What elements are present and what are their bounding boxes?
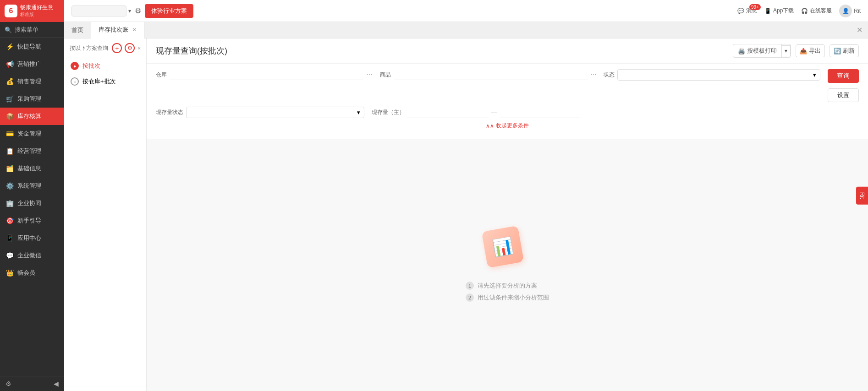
sidebar-item-sales[interactable]: 💰 销售管理 <box>0 73 64 90</box>
app-subtitle: 标准版 <box>20 11 53 18</box>
stock-qty-label: 现存量（主） <box>372 109 405 116</box>
status-filter-group: 状态 ▾ <box>604 69 820 81</box>
plan-icon-by-warehouse-batch: ○ <box>71 77 79 86</box>
search-menu-label: 搜索菜单 <box>15 26 38 34</box>
plan-item-by-warehouse-batch[interactable]: ○ 按仓库+批次 <box>64 74 146 89</box>
sidebar-item-member[interactable]: 👑 畅会员 <box>0 264 64 282</box>
page-header: 现存量查询(按批次) 🖨️ 按模板打印 ▾ 📤 导出 🔄 <box>147 38 868 64</box>
plan-label-by-warehouse-batch: 按仓库+批次 <box>82 77 116 86</box>
print-template-button[interactable]: 🖨️ 按模板打印 <box>733 44 782 57</box>
query-button[interactable]: 查询 <box>828 69 859 83</box>
topbar-dropdown-btn[interactable]: ▾ <box>128 8 131 14</box>
empty-tip-1: 1 请先选择要分析的方案 <box>466 282 549 290</box>
warehouse-input[interactable] <box>170 69 363 80</box>
tab-close-icon[interactable]: ✕ <box>132 27 137 33</box>
stock-status-filter-group: 现存量状态 ▾ <box>156 107 364 118</box>
plan-label-by-batch: 按批次 <box>82 62 100 70</box>
close-all-tabs-button[interactable]: ✕ <box>851 26 868 34</box>
topbar-gear-button[interactable]: ⚙ <box>135 6 141 15</box>
plan-item-by-batch[interactable]: ● 按批次 <box>64 58 146 74</box>
sidebar-item-finance[interactable]: 💳 资金管理 <box>0 125 64 142</box>
stock-status-select[interactable]: ▾ <box>186 107 364 118</box>
sidebar-item-enterprise[interactable]: 🏢 企业协同 <box>0 195 64 212</box>
stock-qty-to-input[interactable] <box>500 107 581 118</box>
sidebar-item-operations[interactable]: 📋 经营管理 <box>0 142 64 160</box>
empty-tips: 1 请先选择要分析的方案 2 用过滤条件来缩小分析范围 <box>466 282 549 302</box>
stock-qty-separator: — <box>491 109 497 116</box>
experience-btn[interactable]: 体验行业方案 <box>145 4 193 18</box>
print-label: 按模板打印 <box>747 47 777 55</box>
sidebar-item-label: 销售管理 <box>17 77 41 86</box>
collapse-more-button[interactable]: ∧∧ 收起更多条件 <box>156 118 859 133</box>
print-btn-group: 🖨️ 按模板打印 ▾ <box>733 44 791 58</box>
filter-settings-button[interactable]: 设置 <box>828 88 859 102</box>
topbar-search-input[interactable] <box>71 5 126 16</box>
warehouse-dots-button[interactable]: ··· <box>366 71 372 79</box>
user-item[interactable]: 👤 Rit <box>839 5 861 17</box>
messages-item[interactable]: 💬 消息 99+ <box>737 7 757 15</box>
page-title: 现存量查询(按批次) <box>156 45 227 56</box>
sidebar-item-label: 快捷导航 <box>17 43 41 51</box>
collapse-left-panel-button[interactable]: « <box>137 43 141 53</box>
empty-icon-visual: 📊 <box>482 226 524 268</box>
refresh-button[interactable]: 🔄 刷新 <box>830 44 859 57</box>
product-input[interactable] <box>394 69 588 80</box>
right-edge-tab[interactable]: Rit <box>856 187 868 205</box>
topbar-search-area: ▾ <box>71 5 131 16</box>
search-menu-item[interactable]: 🔍 搜索菜单 <box>0 22 64 38</box>
tab-inventory-batch-label: 库存批次账 <box>99 26 128 34</box>
sidebar-item-basic[interactable]: 🗂️ 基础信息 <box>0 160 64 177</box>
stock-qty-from-input[interactable] <box>407 107 488 118</box>
refresh-icon: 🔄 <box>834 48 841 54</box>
tab-home[interactable]: 首页 <box>64 22 91 38</box>
wechat-icon: 💬 <box>5 251 14 260</box>
page-container: 按以下方案查询 + ⚙ « ● 按批次 ○ 按仓库+批次 现存量查询(按批次) <box>64 38 868 391</box>
sidebar-item-guide[interactable]: 🎯 新手引导 <box>0 212 64 229</box>
appstore-icon: 📱 <box>5 234 14 242</box>
sidebar: 6 畅康通好生意 标准版 🔍 搜索菜单 ⚡ 快捷导航 📢 营销推广 💰 销售管理… <box>0 0 64 391</box>
empty-tip-2: 2 用过滤条件来缩小分析范围 <box>466 293 549 302</box>
settings-plan-button[interactable]: ⚙ <box>125 43 135 53</box>
add-plan-button[interactable]: + <box>112 43 122 53</box>
left-panel-title: 按以下方案查询 <box>70 44 108 52</box>
sidebar-item-system[interactable]: ⚙️ 系统管理 <box>0 177 64 195</box>
sidebar-nav: ⚡ 快捷导航 📢 营销推广 💰 销售管理 🛒 采购管理 📦 库存核算 💳 资金管… <box>0 38 64 376</box>
sidebar-item-marketing[interactable]: 📢 营销推广 <box>0 55 64 73</box>
sidebar-footer: ⚙ ◀ <box>0 376 64 391</box>
purchase-icon: 🛒 <box>5 95 14 103</box>
system-icon: ⚙️ <box>5 182 14 190</box>
app-logo: 6 <box>5 5 17 17</box>
print-dropdown-button[interactable]: ▾ <box>782 45 791 56</box>
sidebar-item-wechat[interactable]: 💬 企业微信 <box>0 247 64 264</box>
app-download-item[interactable]: 📱 App下载 <box>764 7 794 15</box>
stock-status-label: 现存量状态 <box>156 109 183 116</box>
sidebar-item-label: 营销推广 <box>17 60 41 68</box>
user-avatar: 👤 <box>839 5 852 17</box>
export-button[interactable]: 📤 导出 <box>796 44 825 57</box>
sidebar-item-label: 应用中心 <box>17 234 41 242</box>
filter-row-1: 仓库 ··· 商品 ··· 状态 ▾ <box>156 69 859 102</box>
product-dots-button[interactable]: ··· <box>590 71 596 79</box>
sidebar-item-purchase[interactable]: 🛒 采购管理 <box>0 90 64 108</box>
stock-status-dropdown-icon: ▾ <box>357 109 360 116</box>
collapse-sidebar-icon[interactable]: ◀ <box>54 380 59 387</box>
sidebar-item-quick-nav[interactable]: ⚡ 快捷导航 <box>0 38 64 55</box>
online-service-item[interactable]: 🎧 在线客服 <box>801 7 832 15</box>
settings-footer-icon[interactable]: ⚙ <box>5 380 11 387</box>
empty-state: 📊 1 请先选择要分析的方案 2 用过滤条件来缩小分析范围 <box>466 228 549 302</box>
tip-num-1: 1 <box>466 282 474 290</box>
tip-text-1: 请先选择要分析的方案 <box>478 282 537 290</box>
messages-badge: 99+ <box>749 4 761 10</box>
sidebar-item-appstore[interactable]: 📱 应用中心 <box>0 229 64 247</box>
plan-icon-by-batch: ● <box>71 62 79 70</box>
tab-inventory-batch[interactable]: 库存批次账 ✕ <box>91 22 144 38</box>
operations-icon: 📋 <box>5 147 14 155</box>
sidebar-item-label: 企业协同 <box>17 199 41 207</box>
sales-icon: 💰 <box>5 77 14 86</box>
status-select[interactable]: ▾ <box>617 69 820 81</box>
product-label: 商品 <box>380 71 391 79</box>
sidebar-item-label: 库存核算 <box>17 112 41 120</box>
sidebar-item-inventory[interactable]: 📦 库存核算 <box>0 108 64 125</box>
app-title: 畅康通好生意 <box>20 4 53 11</box>
refresh-label: 刷新 <box>843 47 855 55</box>
